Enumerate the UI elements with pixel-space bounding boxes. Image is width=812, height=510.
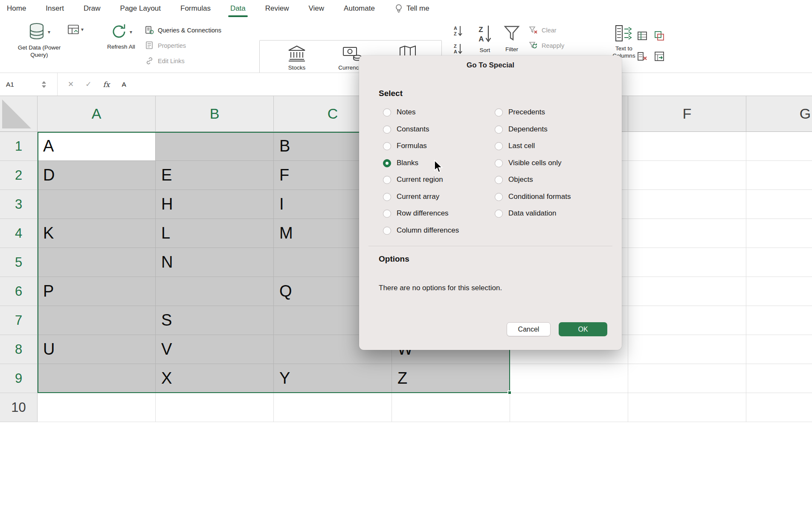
sort-button[interactable]: Z A Sort <box>472 24 498 54</box>
cell[interactable]: U <box>38 335 156 364</box>
column-header-f[interactable]: F <box>628 96 746 132</box>
row-header[interactable]: 4 <box>0 219 38 248</box>
data-from-picture-button[interactable]: ▾ <box>67 24 84 35</box>
cell[interactable]: X <box>156 364 274 393</box>
radio-option-blanks[interactable]: Blanks <box>383 157 418 169</box>
cell[interactable] <box>510 364 628 393</box>
cell-a1[interactable]: A <box>38 132 156 161</box>
cell[interactable] <box>38 393 156 422</box>
insert-function-button[interactable]: fx <box>103 80 110 89</box>
name-box[interactable]: A1 <box>0 81 40 88</box>
row-header[interactable]: 3 <box>0 190 38 219</box>
tab-automate[interactable]: Automate <box>344 4 375 13</box>
tab-formulas[interactable]: Formulas <box>180 4 211 13</box>
cell[interactable] <box>38 364 156 393</box>
column-header-a[interactable]: A <box>38 96 156 132</box>
tab-page-layout[interactable]: Page Layout <box>120 4 161 13</box>
cell[interactable]: Z <box>392 364 510 393</box>
cell[interactable]: E <box>156 161 274 190</box>
radio-option-constants[interactable]: Constants <box>383 123 429 135</box>
cell[interactable] <box>628 190 746 219</box>
tab-draw[interactable]: Draw <box>84 4 101 13</box>
properties-button[interactable]: Properties <box>145 41 186 50</box>
cell[interactable] <box>628 161 746 190</box>
radio-option-formulas[interactable]: Formulas <box>383 140 427 152</box>
cancel-button[interactable]: Cancel <box>507 322 551 336</box>
cell[interactable] <box>392 393 510 422</box>
cell[interactable] <box>156 277 274 306</box>
radio-option-column-differences[interactable]: Column differences <box>383 224 459 236</box>
row-header[interactable]: 5 <box>0 248 38 277</box>
ok-button[interactable]: OK <box>559 322 607 336</box>
cell[interactable]: S <box>156 306 274 335</box>
cell[interactable] <box>746 393 812 422</box>
cell[interactable]: N <box>156 248 274 277</box>
formula-input[interactable]: A <box>122 81 126 88</box>
tab-insert[interactable]: Insert <box>46 4 64 13</box>
consolidate-button[interactable] <box>654 51 664 61</box>
filter-button[interactable]: Filter <box>500 24 524 53</box>
cell[interactable] <box>746 277 812 306</box>
select-all-corner[interactable] <box>0 96 38 132</box>
column-header-g[interactable]: G <box>746 96 812 132</box>
cell[interactable]: K <box>38 219 156 248</box>
row-header[interactable]: 8 <box>0 335 38 364</box>
cell[interactable] <box>38 248 156 277</box>
row-header[interactable]: 2 <box>0 161 38 190</box>
column-header-b[interactable]: B <box>156 96 274 132</box>
radio-option-objects[interactable]: Objects <box>495 174 533 186</box>
cell[interactable] <box>274 393 392 422</box>
tab-review[interactable]: Review <box>265 4 289 13</box>
radio-option-dependents[interactable]: Dependents <box>495 123 548 135</box>
cell[interactable] <box>746 248 812 277</box>
row-header[interactable]: 1 <box>0 132 38 161</box>
cell[interactable] <box>628 219 746 248</box>
cell[interactable]: D <box>38 161 156 190</box>
reapply-filter-button[interactable]: Reapply <box>529 41 564 50</box>
edit-links-button[interactable]: Edit Links <box>145 56 185 65</box>
cell[interactable] <box>628 132 746 161</box>
radio-option-data-validation[interactable]: Data validation <box>495 207 556 219</box>
flash-fill-button[interactable] <box>637 31 647 41</box>
cell[interactable]: H <box>156 190 274 219</box>
cell[interactable] <box>746 364 812 393</box>
tab-view[interactable]: View <box>309 4 325 13</box>
remove-duplicates-button[interactable] <box>654 31 664 41</box>
queries-connections-button[interactable]: Queries & Connections <box>145 26 221 35</box>
cell[interactable] <box>746 219 812 248</box>
row-header[interactable]: 7 <box>0 306 38 335</box>
cell[interactable]: L <box>156 219 274 248</box>
cell[interactable] <box>156 132 274 161</box>
cell[interactable]: V <box>156 335 274 364</box>
cell[interactable] <box>628 364 746 393</box>
clear-filter-button[interactable]: Clear <box>529 26 557 35</box>
cell[interactable] <box>510 393 628 422</box>
cancel-entry-button[interactable]: ✕ <box>68 80 74 89</box>
row-header[interactable]: 9 <box>0 364 38 393</box>
cell[interactable] <box>746 132 812 161</box>
cell[interactable] <box>38 306 156 335</box>
get-data-button[interactable]: ▾ Get Data (Power Query) <box>11 22 67 58</box>
tab-home[interactable]: Home <box>7 4 26 13</box>
sort-ascending-button[interactable]: A Z <box>454 26 462 37</box>
cell[interactable] <box>156 393 274 422</box>
radio-option-precedents[interactable]: Precedents <box>495 106 545 118</box>
cell[interactable] <box>746 190 812 219</box>
refresh-all-button[interactable]: ▾ Refresh All <box>104 22 138 50</box>
radio-option-current-array[interactable]: Current array <box>383 191 439 203</box>
cell[interactable] <box>38 190 156 219</box>
radio-option-conditional-formats[interactable]: Conditional formats <box>495 191 571 203</box>
cell[interactable]: P <box>38 277 156 306</box>
row-header[interactable]: 10 <box>0 393 38 422</box>
radio-option-visible-cells-only[interactable]: Visible cells only <box>495 157 561 169</box>
tell-me-button[interactable]: Tell me <box>394 4 429 13</box>
confirm-entry-button[interactable]: ✓ <box>85 80 91 89</box>
tab-data[interactable]: Data <box>230 4 246 13</box>
cell[interactable] <box>628 277 746 306</box>
cell[interactable] <box>628 335 746 364</box>
name-box-stepper[interactable] <box>40 81 48 88</box>
radio-option-last-cell[interactable]: Last cell <box>495 140 535 152</box>
cell[interactable] <box>628 248 746 277</box>
radio-option-notes[interactable]: Notes <box>383 106 415 118</box>
cell[interactable] <box>746 161 812 190</box>
